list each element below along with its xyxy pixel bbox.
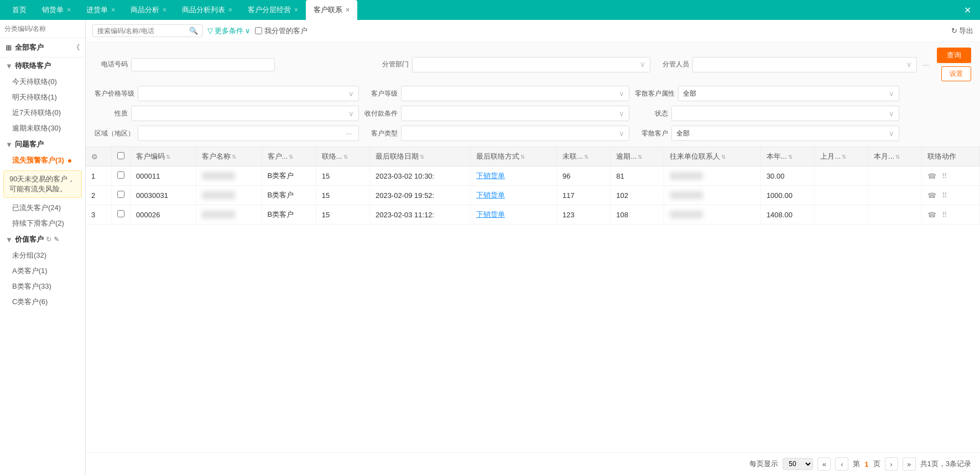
tab-customer-segment[interactable]: 客户分层经营 × [240, 0, 306, 20]
chevron-down-icon: ∨ [889, 129, 894, 138]
close-icon[interactable]: × [111, 6, 115, 14]
action-more-icon[interactable]: ⠿ [942, 172, 947, 180]
nature-select[interactable]: ∨ [131, 106, 359, 121]
window-close-icon[interactable]: ✕ [960, 5, 976, 15]
th-uncontacted[interactable]: 未联...⇅ [557, 147, 611, 166]
contact-method-link[interactable]: 下销货单 [476, 210, 505, 218]
refresh-icon[interactable]: ↻ [46, 236, 51, 243]
page-size-select[interactable]: 50 100 200 [783, 458, 813, 470]
sidebar-item-7days[interactable]: 近7天待联络(0) [0, 105, 85, 121]
query-button[interactable]: 查询 [937, 48, 971, 63]
tab-home[interactable]: 首页 [4, 0, 34, 20]
area-more-icon[interactable]: ··· [343, 129, 355, 138]
my-customers-checkbox[interactable] [255, 27, 262, 34]
th-last-date[interactable]: 最后联络日期⇅ [369, 147, 470, 166]
zero-customer-select[interactable]: 全部 ∨ [671, 126, 899, 141]
payment-select[interactable]: ∨ [401, 106, 629, 121]
close-icon[interactable]: × [67, 6, 71, 14]
zero-customer-label: 零散客户 [635, 129, 668, 138]
cell-last-date: 2023-02-09 19:52: [369, 186, 470, 205]
cell-uncontacted: 123 [557, 205, 611, 225]
collapse-icon[interactable]: 《 [73, 43, 80, 53]
sidebar-group-problem-title[interactable]: ▼ 问题客户 [0, 136, 85, 153]
close-icon[interactable]: × [346, 6, 350, 14]
export-btn[interactable]: ↻ 导出 [951, 26, 973, 36]
zero-attr-label: 零散客户属性 [635, 89, 675, 98]
page-prev-btn[interactable]: ‹ [835, 457, 848, 471]
row-checkbox[interactable] [117, 210, 124, 217]
sidebar-group-pending-title[interactable]: ▼ 待联络客户 [0, 58, 85, 74]
th-contact-person[interactable]: 往来单位联系人⇅ [664, 147, 761, 166]
sidebar-item-class-a[interactable]: A类客户(1) [0, 263, 85, 279]
action-more-icon[interactable]: ⠿ [942, 211, 947, 219]
sidebar-search-input[interactable] [4, 25, 86, 33]
manager-select[interactable]: ∨ [692, 57, 917, 72]
sidebar-item-class-c[interactable]: C类客户(6) [0, 294, 85, 310]
th-contact-count[interactable]: 联络...⇅ [316, 147, 369, 166]
tab-bar: 首页 销货单 × 进货单 × 商品分析 × 商品分析列表 × 客户分层经营 × … [0, 0, 980, 20]
search-icon: 🔍 [189, 27, 198, 35]
cell-action: ☎ ⠿ [922, 186, 980, 205]
sort-icon: ⇅ [895, 154, 900, 160]
action-contact-icon[interactable]: ☎ [927, 172, 936, 180]
sidebar-item-declining[interactable]: 持续下滑客户(2) [0, 216, 85, 231]
table-row: 2 00030031 B类客户 15 2023-02-09 19:52: 下销货… [86, 186, 980, 205]
more-conditions-btn[interactable]: ▽ 更多条件 ∨ [207, 26, 251, 36]
th-overdue[interactable]: 逾期...⇅ [611, 147, 664, 166]
sidebar-item-today[interactable]: 今天待联络(0) [0, 74, 85, 90]
sidebar-group-value-title[interactable]: ▼ 价值客户 ↻ ✎ [0, 231, 85, 248]
row-checkbox[interactable] [117, 191, 124, 198]
sidebar-item-overdue[interactable]: 逾期未联络(30) [0, 121, 85, 136]
th-code[interactable]: 客户编码⇅ [131, 147, 196, 166]
row-checkbox[interactable] [117, 171, 124, 179]
phone-input[interactable] [131, 58, 275, 71]
status-select[interactable]: ∨ [671, 106, 899, 121]
action-contact-icon[interactable]: ☎ [927, 191, 936, 200]
sidebar-item-tomorrow[interactable]: 明天待联络(1) [0, 90, 85, 105]
th-checkbox [112, 147, 131, 166]
manager-more-icon[interactable]: ··· [920, 60, 931, 69]
page-next-btn[interactable]: › [885, 457, 898, 471]
th-last-method[interactable]: 最后联络方式⇅ [471, 147, 557, 166]
cell-contact-count: 15 [316, 186, 369, 205]
sidebar-item-churned[interactable]: 已流失客户(24) [0, 200, 85, 216]
th-name[interactable]: 客户名称⇅ [196, 147, 262, 166]
th-category[interactable]: 客户...⇅ [262, 147, 316, 166]
area-select[interactable]: ··· [138, 126, 359, 141]
customer-level-select[interactable]: ∨ [401, 86, 629, 101]
th-this-month[interactable]: 本月...⇅ [868, 147, 922, 166]
contact-method-link[interactable]: 下销货单 [476, 171, 505, 180]
tab-customer-contact[interactable]: 客户联系 × [306, 0, 357, 20]
edit-icon[interactable]: ✎ [54, 236, 59, 243]
search-input[interactable] [97, 27, 189, 35]
sidebar-item-churn-warning[interactable]: 流失预警客户(3) [0, 153, 85, 168]
close-icon[interactable]: × [163, 6, 166, 14]
tab-product-analysis-list[interactable]: 商品分析列表 × [174, 0, 240, 20]
settings-icon: ⚙ [91, 153, 98, 161]
dept-select[interactable]: ∨ [412, 57, 651, 72]
sidebar-item-ungrouped[interactable]: 未分组(32) [0, 248, 85, 263]
page-last-btn[interactable]: » [903, 457, 916, 471]
sidebar-all-customers[interactable]: ⊞ 全部客户 《 [0, 38, 85, 58]
th-last-month[interactable]: 上月...⇅ [815, 147, 868, 166]
price-level-select[interactable]: ∨ [138, 86, 359, 101]
action-more-icon[interactable]: ⠿ [942, 191, 947, 200]
close-icon[interactable]: × [228, 6, 232, 14]
cell-last-date: 2023-02-03 11:12: [369, 205, 470, 225]
page-first-btn[interactable]: « [817, 457, 831, 471]
sidebar-item-class-b[interactable]: B类客户(33) [0, 279, 85, 294]
contact-method-link[interactable]: 下销货单 [476, 191, 505, 199]
th-settings[interactable]: ⚙ [86, 147, 112, 166]
select-all-checkbox[interactable] [117, 152, 124, 159]
close-icon[interactable]: × [294, 6, 298, 14]
sort-icon: ⇅ [166, 154, 170, 160]
tab-sales[interactable]: 销货单 × [34, 0, 79, 20]
tab-product-analysis[interactable]: 商品分析 × [123, 0, 174, 20]
th-this-year[interactable]: 本年...⇅ [760, 147, 814, 166]
customer-type-select[interactable]: ∨ [401, 126, 629, 141]
tab-purchase[interactable]: 进货单 × [79, 0, 123, 20]
action-contact-icon[interactable]: ☎ [927, 211, 936, 219]
settings-button[interactable]: 设置 [941, 66, 971, 81]
content-area: 🔍 ▽ 更多条件 ∨ 我分管的客户 ↻ 导出 电话号码 [86, 20, 980, 475]
zero-attr-select[interactable]: 全部 ∨ [678, 86, 899, 101]
